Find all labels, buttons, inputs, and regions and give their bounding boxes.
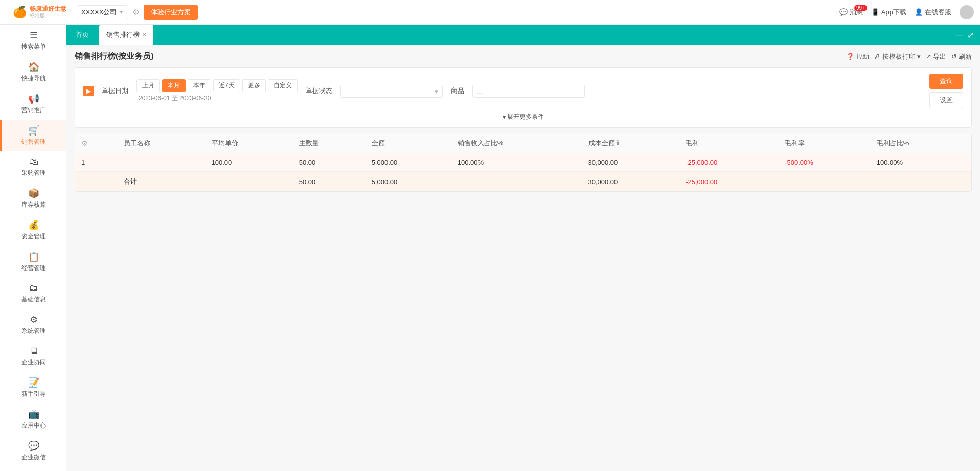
app-download-label: App下载 — [881, 8, 906, 17]
settings-icon[interactable]: ⚙ — [132, 7, 140, 17]
sidebar-label-guide: 新手引导 — [21, 390, 46, 398]
tab-minimize-icon[interactable]: — — [955, 30, 963, 39]
page-title-row: 销售排行榜(按业务员) ❓ 帮助 🖨 按模板打印 ▾ ↗ 导出 — [75, 51, 972, 62]
sidebar-item-finance[interactable]: 💰 资金管理 — [0, 214, 66, 246]
settings-button[interactable]: 设置 — [929, 92, 963, 108]
tab-close-icon[interactable]: × — [143, 31, 146, 38]
sidebar-label-sales: 销售管理 — [21, 138, 46, 146]
basics-icon: 🗂 — [29, 283, 38, 294]
sidebar-item-sales[interactable]: 🛒 销售管理 — [0, 120, 66, 151]
sidebar-item-purchase[interactable]: 🛍 采购管理 — [0, 151, 66, 183]
sidebar-label-apps: 应用中心 — [21, 421, 46, 430]
footer-cost: 30,000.00 — [582, 172, 680, 192]
expand-label: 展开更多条件 — [507, 113, 544, 121]
table-gear-icon[interactable]: ⚙ — [81, 139, 88, 147]
sidebar-item-wechat[interactable]: 💬 企业微信 — [0, 435, 66, 467]
tab-home[interactable]: 首页 — [66, 25, 98, 45]
sidebar-item-operations[interactable]: 📋 经营管理 — [0, 246, 66, 278]
sidebar-item-system[interactable]: ⚙ 系统管理 — [0, 309, 66, 341]
sidebar-item-vip[interactable]: V 畅会员 — [0, 467, 66, 471]
goods-input[interactable]: ... — [472, 85, 585, 98]
sidebar-item-collab[interactable]: 🖥 企业协同 — [0, 341, 66, 372]
th-profit: 毛利 — [679, 133, 779, 153]
refresh-btn[interactable]: ↺ 刷新 — [951, 52, 972, 61]
top-header: 🍊 畅康通好生意 标准版 XXXXX公司 ▼ ⚙ 体验行业方案 💬 消息 99+… — [0, 0, 980, 25]
cell-sales-pct: 100.00% — [451, 153, 582, 172]
company-selector[interactable]: XXXXX公司 ▼ — [77, 5, 128, 19]
sidebar-item-basics[interactable]: 🗂 基础信息 — [0, 278, 66, 309]
online-service-item[interactable]: 👤 在线客服 — [915, 8, 951, 17]
sales-ranking-table: ⚙ 员工名称 平均单价 主数量 — [75, 133, 971, 191]
search-menu-icon: ☰ — [30, 30, 38, 41]
goods-placeholder: ... — [477, 87, 483, 95]
operations-icon: 📋 — [28, 251, 39, 262]
th-amount: 全额 — [366, 133, 451, 153]
query-button[interactable]: 查询 — [929, 74, 963, 89]
cell-rank: 1 — [75, 153, 118, 172]
sidebar-item-guide[interactable]: 📝 新手引导 — [0, 372, 66, 403]
sidebar-label-marketing: 营销推广 — [21, 106, 46, 115]
more-btn[interactable]: 更多 — [242, 79, 266, 92]
filter-expand-arrow[interactable]: ▶ — [83, 86, 94, 96]
sidebar-item-search[interactable]: ☰ 搜索菜单 — [0, 25, 66, 56]
th-sales-pct: 销售收入占比% — [451, 133, 582, 153]
wechat-icon: 💬 — [28, 440, 39, 452]
expand-row: ▾ 展开更多条件 — [83, 113, 963, 121]
avatar[interactable] — [960, 5, 974, 19]
inventory-icon: 📦 — [28, 188, 39, 199]
tab-maximize-icon[interactable]: ⤢ — [967, 30, 974, 40]
message-item[interactable]: 💬 消息 99+ — [839, 8, 863, 17]
footer-avg-price — [206, 172, 293, 192]
trial-button[interactable]: 体验行业方案 — [144, 5, 198, 20]
template-print-btn[interactable]: 🖨 按模板打印 ▾ — [874, 52, 921, 61]
sidebar-label-collab: 企业协同 — [21, 358, 46, 367]
logo-text: 畅康通好生意 — [30, 5, 66, 12]
page-title: 销售排行榜(按业务员) — [75, 51, 154, 62]
refresh-icon: ↺ — [951, 53, 957, 60]
footer-sales-pct — [451, 172, 582, 192]
th-avg-price: 平均单价 — [206, 133, 293, 153]
logo-sub: 标准版 — [30, 13, 66, 19]
last7days-btn[interactable]: 近7天 — [213, 79, 240, 92]
export-btn[interactable]: ↗ 导出 — [926, 52, 946, 61]
footer-profit-rate — [779, 172, 870, 192]
table-row: 1 100.00 50.00 5,000.00 100.00% 30,000.0… — [75, 153, 971, 172]
table-body: 1 100.00 50.00 5,000.00 100.00% 30,000.0… — [75, 153, 971, 172]
active-tab-label: 销售排行榜 — [106, 30, 140, 39]
last-month-btn[interactable]: 上月 — [136, 79, 160, 92]
date-btn-group: 上月 本月 本年 近7天 更多 自定义 — [136, 79, 298, 92]
expand-conditions-btn[interactable]: ▾ 展开更多条件 — [503, 113, 544, 121]
collab-icon: 🖥 — [29, 346, 38, 356]
app-download-icon: 📱 — [871, 8, 879, 16]
date-range-display: 2023-06-01 至 2023-06-30 — [139, 94, 298, 103]
cell-employee — [118, 153, 205, 172]
status-filter-label: 单据状态 — [306, 86, 332, 96]
cell-profit-rate: -500.00% — [779, 153, 870, 172]
page-actions: ❓ 帮助 🖨 按模板打印 ▾ ↗ 导出 ↺ 刷新 — [846, 52, 972, 61]
footer-amount: 5,000.00 — [366, 172, 451, 192]
sidebar-item-nav[interactable]: 🏠 快捷导航 — [0, 56, 66, 88]
help-btn[interactable]: ❓ 帮助 — [846, 52, 869, 61]
sidebar-item-apps[interactable]: 📺 应用中心 — [0, 403, 66, 435]
custom-btn[interactable]: 自定义 — [268, 79, 298, 92]
th-main-qty: 主数量 — [293, 133, 366, 153]
cell-main-qty: 50.00 — [293, 153, 366, 172]
cell-profit-pct: 100.00% — [871, 153, 971, 172]
footer-row: 合计 50.00 5,000.00 30,000.00 -25,000.00 — [75, 172, 971, 192]
this-year-btn[interactable]: 本年 — [188, 79, 211, 92]
this-month-btn[interactable]: 本月 — [162, 79, 186, 92]
tab-sales-ranking[interactable]: 销售排行榜 × — [99, 25, 153, 45]
footer-profit: -25,000.00 — [679, 172, 779, 192]
sidebar-item-inventory[interactable]: 📦 库存核算 — [0, 183, 66, 214]
status-select[interactable]: ▾ — [340, 85, 443, 98]
table-footer: 合计 50.00 5,000.00 30,000.00 -25,000.00 — [75, 172, 971, 192]
app-download-item[interactable]: 📱 App下载 — [871, 8, 906, 17]
data-table: ⚙ 员工名称 平均单价 主数量 — [75, 133, 972, 192]
chevron-down-icon: ▼ — [119, 9, 124, 15]
sidebar-label-search: 搜索菜单 — [21, 42, 46, 51]
sidebar-item-marketing[interactable]: 📢 营销推广 — [0, 88, 66, 120]
marketing-icon: 📢 — [28, 93, 39, 104]
logo-icon: 🍊 — [13, 6, 27, 19]
apps-icon: 📺 — [28, 409, 39, 420]
cell-avg-price: 100.00 — [206, 153, 293, 172]
